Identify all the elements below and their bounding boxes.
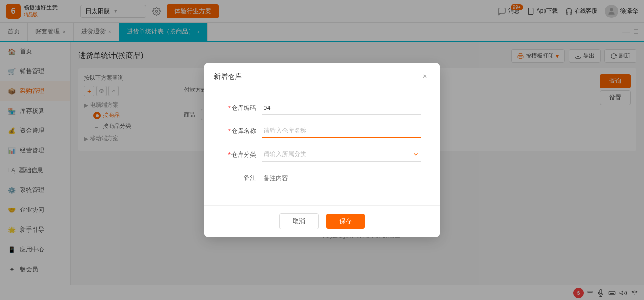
code-label: * 仓库编码 <box>223 104 256 112</box>
dialog-body: * 仓库编码 * 仓库名称 * 仓库分类 请输入所属 <box>204 90 440 205</box>
code-input[interactable] <box>262 101 421 115</box>
remark-input[interactable] <box>262 171 421 184</box>
form-row-name: * 仓库名称 <box>223 124 421 138</box>
required-star-category: * <box>228 151 231 158</box>
category-dropdown-icon <box>413 151 419 158</box>
form-row-remark: 备注 <box>223 171 421 184</box>
dialog-title: 新增仓库 <box>214 72 242 81</box>
required-star-name: * <box>228 127 231 135</box>
category-select[interactable]: 请输入所属分类 <box>262 147 421 162</box>
new-warehouse-dialog: 新增仓库 × * 仓库编码 * 仓库名称 <box>204 63 440 237</box>
form-row-code: * 仓库编码 <box>223 101 421 115</box>
dialog-close-btn[interactable]: × <box>419 71 430 82</box>
modal-overlay[interactable]: 新增仓库 × * 仓库编码 * 仓库名称 <box>0 0 644 300</box>
dialog-footer: 取消 保存 <box>204 205 440 237</box>
remark-label: 备注 <box>223 174 256 182</box>
save-button[interactable]: 保存 <box>326 214 365 229</box>
category-label: * 仓库分类 <box>223 150 256 159</box>
required-star-code: * <box>228 104 231 112</box>
dialog-header: 新增仓库 × <box>204 63 440 90</box>
name-input[interactable] <box>262 124 421 138</box>
name-label: * 仓库名称 <box>223 127 256 135</box>
form-row-category: * 仓库分类 请输入所属分类 <box>223 147 421 162</box>
cancel-button[interactable]: 取消 <box>279 213 319 229</box>
